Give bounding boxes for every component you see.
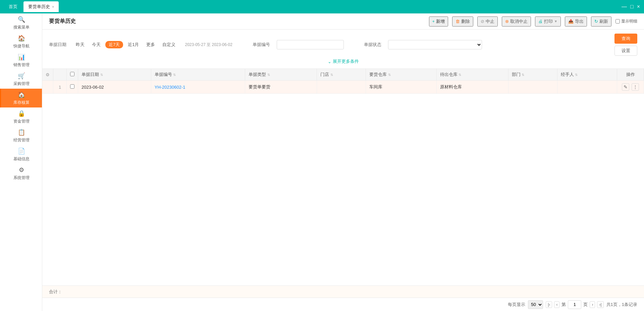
sidebar-item-finance-mgmt[interactable]: 🔒 资金管理 — [0, 107, 42, 126]
refresh-button[interactable]: ↻ 刷新 — [591, 16, 611, 27]
date-range-display: 2023-05-27 至 2023-06-02 — [185, 42, 232, 48]
status-label: 单据状态 — [364, 42, 381, 48]
row-pending-warehouse: 原材料仓库 — [436, 81, 508, 94]
row-more-icon[interactable]: ⋮ — [632, 83, 639, 91]
row-checkbox[interactable] — [70, 84, 74, 89]
row-settings — [42, 81, 53, 94]
minimize-btn[interactable]: — — [622, 4, 627, 10]
date-btn-more[interactable]: 更多 — [144, 41, 158, 48]
doc-no-link[interactable]: YH-20230602-1 — [155, 85, 185, 90]
col-settings[interactable]: ⚙ — [42, 69, 53, 81]
row-dept — [508, 81, 557, 94]
col-req-warehouse[interactable]: 要货仓库 ⇅ — [366, 69, 437, 81]
display-detail-toggle[interactable]: 显示明细 — [615, 18, 637, 24]
date-btn-7days[interactable]: 近7天 — [105, 41, 123, 48]
delete-icon: 🗑 — [455, 19, 460, 24]
date-filter-label: 单据日期 — [49, 42, 66, 48]
cancel-stop-button[interactable]: ⊗ 取消中止 — [502, 16, 531, 27]
maximize-btn[interactable]: □ — [630, 4, 634, 10]
sort-req-warehouse-icon[interactable]: ⇅ — [388, 73, 391, 77]
sidebar-item-label: 销售管理 — [13, 62, 30, 68]
page-label: 第 — [561, 302, 566, 308]
date-btn-yesterday[interactable]: 昨天 — [73, 41, 87, 48]
stop-button[interactable]: ⊘ 中止 — [477, 16, 498, 27]
col-check[interactable] — [67, 69, 78, 81]
sidebar-item-quick-nav[interactable]: 🏠 快捷导航 — [0, 32, 42, 51]
col-pending-warehouse[interactable]: 待出仓库 ⇅ — [436, 69, 508, 81]
setting-button[interactable]: 设置 — [614, 46, 637, 56]
sidebar-item-search-menu[interactable]: 🔍 搜索菜单 — [0, 13, 42, 32]
row-doc-no[interactable]: YH-20230602-1 — [151, 81, 245, 94]
total-label: 合计： — [49, 289, 62, 295]
tab-requisition-history[interactable]: 要货单历史 × — [23, 1, 59, 12]
print-button[interactable]: 🖨 打印 ▼ — [535, 16, 561, 27]
sidebar-item-basic-info[interactable]: 📄 基础信息 — [0, 145, 42, 164]
print-dropdown-icon[interactable]: ▼ — [554, 19, 557, 23]
sidebar-item-system-mgmt[interactable]: ⚙ 系统管理 — [0, 164, 42, 183]
ops-mgmt-icon: 📋 — [18, 129, 25, 136]
prev-page-btn[interactable]: ‹ — [554, 301, 559, 308]
cancel-icon: ⊗ — [505, 19, 509, 24]
last-page-btn[interactable]: ›| — [597, 301, 603, 308]
row-edit-icon[interactable]: ✎ — [622, 83, 629, 91]
page-title: 要货单历史 — [49, 18, 76, 25]
add-button[interactable]: + 新增 — [429, 16, 448, 27]
sidebar-item-label: 快捷导航 — [13, 43, 30, 49]
date-btn-today[interactable]: 今天 — [89, 41, 103, 48]
filter-buttons: 查询 设置 — [614, 34, 637, 56]
display-detail-checkbox[interactable] — [615, 19, 620, 24]
doc-no-input[interactable] — [277, 40, 344, 49]
close-btn[interactable]: × — [637, 4, 640, 10]
sort-handler-icon[interactable]: ⇅ — [575, 73, 578, 77]
row-req-warehouse: 车间库 — [366, 81, 437, 94]
date-btn-custom[interactable]: 自定义 — [160, 41, 178, 48]
col-doc-no[interactable]: 单据编号 ⇅ — [151, 69, 245, 81]
sidebar-item-label: 经营管理 — [13, 137, 30, 143]
col-handler[interactable]: 经手人 ⇅ — [557, 69, 617, 81]
sort-doc-type-icon[interactable]: ⇅ — [267, 73, 270, 77]
doc-no-label: 单据编号 — [253, 42, 270, 48]
page-suffix: 页 — [583, 302, 588, 308]
sidebar-item-label: 基础信息 — [13, 156, 30, 162]
first-page-btn[interactable]: |‹ — [546, 301, 552, 308]
sidebar-item-purchase-mgmt[interactable]: 🛒 采购管理 — [0, 70, 42, 89]
tab-close-icon[interactable]: × — [52, 5, 54, 9]
sort-pending-warehouse-icon[interactable]: ⇅ — [459, 73, 461, 77]
stop-icon: ⊘ — [481, 19, 484, 24]
delete-button[interactable]: 🗑 删除 — [452, 16, 473, 27]
page-size-label: 每页显示 — [508, 302, 525, 308]
export-button[interactable]: 📤 导出 — [565, 16, 587, 27]
col-store[interactable]: 门店 ⇅ — [317, 69, 366, 81]
sidebar-item-sales-mgmt[interactable]: 📊 销售管理 — [0, 51, 42, 70]
col-num — [53, 69, 67, 81]
sort-doc-no-icon[interactable]: ⇅ — [173, 73, 176, 77]
sort-store-icon[interactable]: ⇅ — [330, 73, 333, 77]
page-number-input[interactable] — [568, 300, 581, 309]
col-doc-type[interactable]: 单据类型 ⇅ — [245, 69, 317, 81]
page-header: 要货单历史 + 新增 🗑 删除 ⊘ 中止 ⊗ 取消中止 — [42, 13, 644, 30]
export-icon: 📤 — [568, 19, 574, 24]
filter-row-1: 单据日期 昨天 今天 近7天 近1月 更多 自定义 2023-05-27 至 2… — [49, 34, 637, 56]
col-doc-date[interactable]: 单据日期 ⇅ — [78, 69, 151, 81]
system-mgmt-icon: ⚙ — [19, 166, 24, 174]
sidebar-item-label: 库存核算 — [13, 100, 30, 105]
pagination: 每页显示 50 |‹ ‹ 第 页 › ›| 共1页，1条记录 — [42, 298, 644, 311]
next-page-btn[interactable]: › — [590, 301, 595, 308]
sort-dept-icon[interactable]: ⇅ — [522, 73, 524, 77]
table-header-row: ⚙ 单据日期 ⇅ 单据编号 ⇅ 单据类型 ⇅ — [42, 69, 644, 81]
col-dept[interactable]: 部门 ⇅ — [508, 69, 557, 81]
row-check[interactable] — [67, 81, 78, 94]
add-icon: + — [432, 19, 435, 24]
sort-doc-date-icon[interactable]: ⇅ — [100, 73, 103, 77]
total-info: 共1页，1条记录 — [606, 302, 637, 308]
date-btn-1month[interactable]: 近1月 — [125, 41, 142, 48]
expand-button[interactable]: ⌄ 展开更多条件 — [328, 58, 359, 64]
row-operations: ✎ ⋮ — [617, 81, 644, 94]
sidebar-item-inventory-calc[interactable]: 🏠 库存核算 — [0, 89, 42, 107]
tab-home[interactable]: 首页 — [4, 1, 22, 12]
status-select[interactable] — [388, 40, 482, 49]
page-size-select[interactable]: 50 — [528, 300, 543, 309]
sidebar-item-ops-mgmt[interactable]: 📋 经营管理 — [0, 126, 42, 145]
query-button[interactable]: 查询 — [614, 34, 637, 44]
select-all-checkbox[interactable] — [70, 72, 74, 76]
